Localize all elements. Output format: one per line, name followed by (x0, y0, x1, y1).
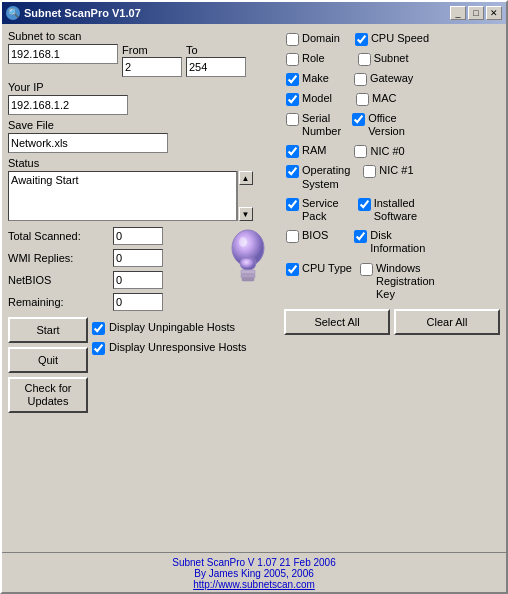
check-cpu-type-row: CPU Type WindowsRegistrationKey (284, 260, 500, 304)
nic1-checkbox[interactable] (363, 165, 376, 178)
check-updates-label: Check for Updates (10, 382, 86, 408)
remaining-row: Remaining: (8, 291, 214, 313)
display-unresponsive-row: Display Unresponsive Hosts (92, 341, 247, 355)
left-panel: Subnet to scan 192.168.1 From To Your IP (8, 30, 278, 546)
footer: Subnet ScanPro V 1.07 21 Feb 2006 By Jam… (2, 552, 506, 592)
disk-info-checkbox[interactable] (354, 230, 367, 243)
serial-number-checkbox[interactable] (286, 113, 299, 126)
close-button[interactable]: ✕ (486, 6, 502, 20)
your-ip-input[interactable] (8, 95, 128, 115)
check-serial-row: SerialNumber OfficeVersion (284, 110, 500, 140)
titlebar: 🔍 Subnet ScanPro V1.07 _ □ ✕ (2, 2, 506, 24)
clear-all-button[interactable]: Clear All (394, 309, 500, 335)
status-label: Status (8, 157, 278, 169)
subnet-row: 192.168.1 From To (8, 44, 278, 77)
maximize-button[interactable]: □ (468, 6, 484, 20)
from-label: From (122, 44, 182, 56)
status-section: Status Awaiting Start ▲ ▼ (8, 157, 278, 221)
check-model-row: Model MAC (284, 90, 500, 108)
netbios-row: NetBIOS (8, 269, 214, 291)
footer-line1: Subnet ScanPro V 1.07 21 Feb 2006 (2, 557, 506, 568)
cpu-speed-checkbox[interactable] (355, 33, 368, 46)
check-domain-row: Domain CPU Speed (284, 30, 500, 48)
subnet-checkbox[interactable] (358, 53, 371, 66)
nic0-checkbox[interactable] (354, 145, 367, 158)
wmi-replies-label: WMI Replies: (8, 252, 113, 264)
remaining-label: Remaining: (8, 296, 113, 308)
minimize-button[interactable]: _ (450, 6, 466, 20)
wmi-replies-row: WMI Replies: (8, 247, 214, 269)
subnet-section: Subnet to scan 192.168.1 From To (8, 30, 278, 77)
netbios-label: NetBIOS (8, 274, 113, 286)
check-os-row: OperatingSystem NIC #1 (284, 162, 500, 192)
wmi-replies-input[interactable] (113, 249, 163, 267)
subnet-input[interactable]: 192.168.1 (8, 44, 118, 64)
make-checkbox[interactable] (286, 73, 299, 86)
check-role-row: Role Subnet (284, 50, 500, 68)
main-content: Subnet to scan 192.168.1 From To Your IP (2, 24, 506, 552)
to-label: To (186, 44, 246, 56)
right-panel: Domain CPU Speed Role Subnet Make (284, 30, 500, 546)
check-sp-row: ServicePack InstalledSoftware (284, 195, 500, 225)
total-scanned-label: Total Scanned: (8, 230, 113, 242)
from-input[interactable] (122, 57, 182, 77)
titlebar-left: 🔍 Subnet ScanPro V1.07 (6, 6, 141, 20)
scroll-up-button[interactable]: ▲ (239, 171, 253, 185)
gateway-checkbox[interactable] (354, 73, 367, 86)
display-unresponsive-label: Display Unresponsive Hosts (109, 341, 247, 354)
model-checkbox[interactable] (286, 93, 299, 106)
bios-checkbox[interactable] (286, 230, 299, 243)
check-make-row: Make Gateway (284, 70, 500, 88)
os-checkbox[interactable] (286, 165, 299, 178)
main-window: 🔍 Subnet ScanPro V1.07 _ □ ✕ Subnet to s… (0, 0, 508, 594)
service-pack-checkbox[interactable] (286, 198, 299, 211)
display-unpingable-row: Display Unpingable Hosts (92, 321, 247, 335)
total-scanned-row: Total Scanned: (8, 225, 214, 247)
select-clear-row: Select All Clear All (284, 309, 500, 335)
check-updates-button[interactable]: Check for Updates (8, 377, 88, 413)
check-bios-row: BIOS DiskInformation (284, 227, 500, 257)
svg-point-4 (239, 237, 247, 247)
save-file-label: Save File (8, 119, 278, 131)
to-input[interactable] (186, 57, 246, 77)
total-scanned-input[interactable] (113, 227, 163, 245)
office-version-checkbox[interactable] (352, 113, 365, 126)
installed-software-checkbox[interactable] (358, 198, 371, 211)
footer-line3[interactable]: http://www.subnetscan.com (2, 579, 506, 590)
svg-rect-1 (241, 270, 255, 274)
svg-rect-3 (242, 278, 254, 281)
to-group: To (186, 44, 246, 77)
status-textarea[interactable]: Awaiting Start (8, 171, 237, 221)
display-unresponsive-checkbox[interactable] (92, 342, 105, 355)
from-group: From (122, 44, 182, 77)
window-title: Subnet ScanPro V1.07 (24, 7, 141, 19)
your-ip-label: Your IP (8, 81, 278, 93)
footer-line2: By James King 2005, 2006 (2, 568, 506, 579)
check-ram-row: RAM NIC #0 (284, 142, 500, 160)
subnet-label: Subnet to scan (8, 30, 278, 42)
buttons-row: Start Quit Check for Updates Display Unp… (8, 317, 278, 413)
status-scrollbar: ▲ ▼ (237, 171, 253, 221)
netbios-input[interactable] (113, 271, 163, 289)
mac-checkbox[interactable] (356, 93, 369, 106)
your-ip-section: Your IP (8, 81, 278, 115)
titlebar-buttons: _ □ ✕ (450, 6, 502, 20)
bulb-icon (226, 226, 270, 284)
scroll-down-button[interactable]: ▼ (239, 207, 253, 221)
options-checkboxes: Display Unpingable Hosts Display Unrespo… (92, 317, 247, 357)
cpu-type-checkbox[interactable] (286, 263, 299, 276)
svg-rect-2 (241, 274, 255, 278)
quit-button[interactable]: Quit (8, 347, 88, 373)
select-all-button[interactable]: Select All (284, 309, 390, 335)
remaining-input[interactable] (113, 293, 163, 311)
start-button[interactable]: Start (8, 317, 88, 343)
domain-checkbox[interactable] (286, 33, 299, 46)
display-unpingable-checkbox[interactable] (92, 322, 105, 335)
windows-reg-key-checkbox[interactable] (360, 263, 373, 276)
ram-checkbox[interactable] (286, 145, 299, 158)
display-unpingable-label: Display Unpingable Hosts (109, 321, 235, 334)
status-wrapper: Awaiting Start ▲ ▼ (8, 171, 253, 221)
role-checkbox[interactable] (286, 53, 299, 66)
save-file-input[interactable] (8, 133, 168, 153)
app-icon: 🔍 (6, 6, 20, 20)
